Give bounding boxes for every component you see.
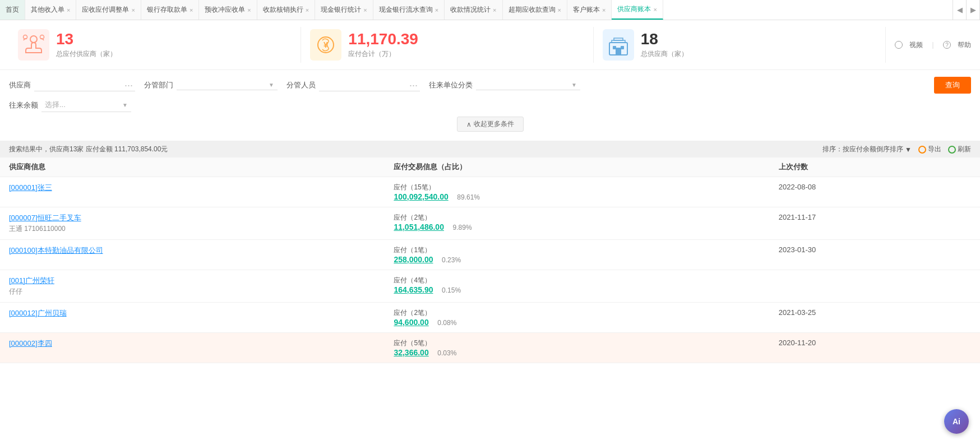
nav-tab-close-icon[interactable]: ×: [435, 7, 438, 13]
nav-tab-close-icon[interactable]: ×: [558, 7, 561, 13]
nav-tab-close-icon[interactable]: ×: [653, 6, 657, 13]
nav-tab-close-icon[interactable]: ×: [247, 7, 251, 13]
supplier-dots-icon[interactable]: ···: [124, 80, 133, 91]
nav-tab-close-icon[interactable]: ×: [306, 7, 309, 13]
supplier-link[interactable]: [001]广州荣轩: [9, 276, 394, 286]
payable-amount[interactable]: 164,635.90: [394, 285, 433, 294]
nav-tab-other-income[interactable]: 其他收入单 ×: [25, 0, 76, 20]
unit-class-filter-label: 往来单位分类: [429, 80, 473, 90]
payable-amount-content: 11,170.39 应付合计（万）: [348, 31, 418, 59]
last-pay-cell: 2020-11-20: [779, 339, 971, 347]
total-suppliers-value: 18: [641, 31, 688, 48]
payable-amount[interactable]: 100,092,540.00: [394, 192, 448, 201]
nav-tab-close-icon[interactable]: ×: [67, 7, 70, 13]
video-link[interactable]: 视频: [909, 40, 923, 50]
payable-info-cell: 应付（4笔） 164,635.90 0.15%: [394, 276, 778, 294]
nav-tab-receipt-stat[interactable]: 收款情况统计 ×: [445, 0, 502, 20]
payable-amount-label: 应付合计（万）: [348, 49, 418, 59]
collapse-button[interactable]: ∧ 收起更多条件: [457, 117, 524, 132]
payable-percent: 9.89%: [453, 224, 472, 231]
dept-select-arrow-icon: ▼: [269, 82, 274, 88]
ai-assistant-button[interactable]: Ai: [944, 409, 969, 434]
supplier-table: 供应商信息 应付交易信息（占比） 上次付数 [000001]张三 应付（15笔）…: [0, 157, 980, 445]
payable-info-cell: 应付（2笔） 94,600.00 0.08%: [394, 308, 778, 327]
last-pay-date: 2020-11-20: [779, 339, 816, 347]
sort-arrow-icon: ▼: [905, 146, 912, 154]
last-pay-date: 2021-03-25: [779, 308, 816, 317]
col-header-payable: 应付交易信息（占比）: [394, 162, 778, 172]
nav-scroll-left-button[interactable]: ◀: [953, 0, 967, 20]
nav-tab-close-icon[interactable]: ×: [189, 7, 193, 13]
payable-label: 应付（2笔）: [394, 308, 778, 318]
refresh-button[interactable]: 刷新: [948, 145, 971, 154]
payable-label: 应付（15笔）: [394, 183, 778, 192]
filter-area: 供应商 ··· 分管部门 ▼ 分管人员 ··· 往来单位分类 ▼: [0, 70, 980, 141]
supplier-info-cell: [000012]广州贝瑞: [9, 308, 394, 318]
nav-tab-prepay[interactable]: 预收冲应收单 ×: [199, 0, 257, 20]
nav-tab-collection-label: 收款核销执行: [263, 5, 303, 15]
balance-select[interactable]: 选择... ▼: [41, 98, 131, 112]
supplier-info-cell: [001]广州荣轩 仔仔: [9, 276, 394, 296]
sort-button[interactable]: 排序：按应付余额倒序排序 ▼: [822, 145, 912, 154]
supplier-sub: 王通 17106110000: [9, 224, 394, 234]
nav-tab-other-income-label: 其他收入单: [31, 5, 64, 15]
refresh-circle-icon: [948, 146, 956, 154]
nav-tab-customer-book[interactable]: 客户账本 ×: [567, 0, 612, 20]
payable-amount-value: 11,170.39: [348, 31, 418, 48]
nav-tab-home[interactable]: 首页: [0, 0, 25, 20]
filter-dept: 分管部门 ▼: [144, 80, 278, 90]
payable-amount[interactable]: 94,600.00: [394, 318, 428, 327]
supplier-input[interactable]: [34, 79, 135, 91]
nav-tab-cash-flow[interactable]: 现金银行流水查询 ×: [373, 0, 445, 20]
supplier-link[interactable]: [000002]李四: [9, 339, 394, 349]
payable-amount[interactable]: 11,051,486.00: [394, 222, 444, 231]
supplier-filter-label: 供应商: [9, 80, 31, 90]
help-link[interactable]: 帮助: [958, 40, 971, 50]
supplier-link[interactable]: [000100]本特勤油品有限公司: [9, 245, 394, 256]
filter-balance: 往来余额 选择... ▼: [9, 98, 131, 112]
ai-label: Ai: [953, 417, 960, 426]
payable-label: 应付（4笔）: [394, 276, 778, 285]
summary-card-payable-suppliers: 13 总应付供应商（家）: [9, 27, 301, 63]
total-suppliers-content: 18 总供应商（家）: [641, 31, 688, 59]
export-button[interactable]: 导出: [918, 145, 941, 154]
payable-info-cell: 应付（2笔） 11,051,486.00 9.89%: [394, 213, 778, 231]
nav-tab-close-icon[interactable]: ×: [363, 7, 367, 13]
result-actions: 排序：按应付余额倒序排序 ▼ 导出 刷新: [822, 145, 971, 154]
nav-tab-overdue[interactable]: 超期应收款查询 ×: [503, 0, 567, 20]
payable-label: 应付（1笔）: [394, 245, 778, 255]
supplier-link[interactable]: [000012]广州贝瑞: [9, 308, 394, 318]
supplier-link[interactable]: [000001]张三: [9, 183, 394, 193]
person-input-wrapper: ···: [319, 79, 420, 91]
nav-scroll-right-button[interactable]: ▶: [967, 0, 980, 20]
nav-tab-adjustment[interactable]: 应收应付调整单 ×: [76, 0, 141, 20]
table-row: [001]广州荣轩 仔仔 应付（4笔） 164,635.90 0.15%: [0, 270, 980, 303]
filter-supplier: 供应商 ···: [9, 79, 135, 91]
payable-suppliers-label: 总应付供应商（家）: [56, 49, 117, 59]
nav-tab-bank-deposit[interactable]: 银行存取款单 ×: [141, 0, 199, 20]
separator: ｜: [930, 40, 936, 50]
nav-tab-supplier-book[interactable]: 供应商账本 ×: [612, 0, 663, 20]
nav-tab-cash-stat[interactable]: 现金银行统计 ×: [315, 0, 373, 20]
summary-card-total-suppliers: 18 总供应商（家）: [594, 27, 886, 63]
payable-percent: 0.23%: [442, 256, 461, 264]
nav-tab-close-icon[interactable]: ×: [493, 7, 496, 13]
nav-tab-home-label: 首页: [6, 5, 19, 15]
summary-bar: 13 总应付供应商（家） ¥ 11,170.39 应付合计（万）: [0, 20, 980, 70]
table-body: [000001]张三 应付（15笔） 100,092,540.00 89.61%…: [0, 177, 980, 445]
dept-select[interactable]: ▼: [177, 80, 278, 90]
person-input[interactable]: [319, 79, 420, 91]
nav-tab-collection[interactable]: 收款核销执行 ×: [257, 0, 315, 20]
supplier-link[interactable]: [000007]恒旺二手叉车: [9, 213, 394, 223]
col-header-supplier: 供应商信息: [9, 162, 394, 172]
nav-tab-close-icon[interactable]: ×: [131, 7, 135, 13]
unit-class-select[interactable]: ▼: [476, 80, 580, 90]
person-dots-icon[interactable]: ···: [409, 80, 418, 91]
svg-rect-13: [616, 48, 621, 55]
nav-tab-close-icon[interactable]: ×: [602, 7, 605, 13]
supplier-info-cell: [000100]本特勤油品有限公司: [9, 245, 394, 256]
payable-amount[interactable]: 32,366.00: [394, 348, 428, 357]
search-button[interactable]: 查询: [934, 77, 971, 94]
refresh-label: 刷新: [958, 145, 971, 154]
payable-amount[interactable]: 258,000.00: [394, 255, 433, 264]
